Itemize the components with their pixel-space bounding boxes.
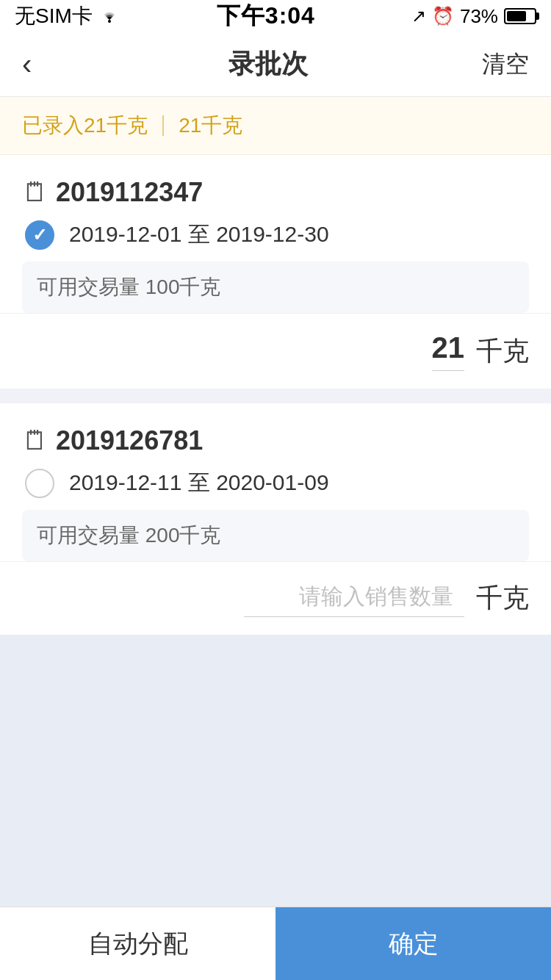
signal-text: 无SIM卡 xyxy=(15,2,93,30)
batch-2-available: 可用交易量 200千克 xyxy=(22,510,529,561)
status-right: ↗ ⏰ 73% xyxy=(411,5,536,28)
alarm-icon: ⏰ xyxy=(432,6,454,26)
battery-percent: 73% xyxy=(460,5,498,28)
info-divider xyxy=(162,115,164,136)
batch-1-radio[interactable] xyxy=(25,220,54,250)
batch-2-date-row[interactable]: 2019-12-11 至 2020-01-09 xyxy=(22,468,529,498)
page-title: 录批次 xyxy=(228,46,308,82)
batch-2-input-row: 千克 xyxy=(0,561,551,635)
batch-1-available: 可用交易量 100千克 xyxy=(22,262,529,313)
wifi-icon xyxy=(98,4,120,28)
recorded-amount: 已录入21千克 xyxy=(22,112,148,140)
batch-1-date-row[interactable]: 2019-12-01 至 2019-12-30 xyxy=(22,220,529,250)
batch-2-id: 2019126781 xyxy=(56,425,203,456)
bottom-buttons: 自动分配 确定 xyxy=(0,907,551,980)
status-left: 无SIM卡 xyxy=(15,2,120,30)
batch-1-quantity-unit: 千克 xyxy=(476,334,529,370)
empty-area xyxy=(0,635,551,929)
batch-2-radio[interactable] xyxy=(25,469,54,498)
batch-1-icon: 🗒 xyxy=(22,177,48,208)
battery-fill xyxy=(507,11,526,21)
batch-1-quantity-row: 21 千克 xyxy=(0,313,551,389)
batch-2-icon: 🗒 xyxy=(22,425,48,456)
batch-1-id: 2019112347 xyxy=(56,177,203,208)
auto-distribute-button[interactable]: 自动分配 xyxy=(0,907,276,980)
batch-1-quantity-value: 21 xyxy=(432,331,465,371)
batch-2-date: 2019-12-11 至 2020-01-09 xyxy=(69,468,329,498)
batch-2-quantity-unit: 千克 xyxy=(476,580,529,616)
nav-bar: ‹ 录批次 清空 xyxy=(0,32,551,97)
batch-1-date: 2019-12-01 至 2019-12-30 xyxy=(69,220,329,250)
clear-button[interactable]: 清空 xyxy=(470,48,529,81)
info-banner: 已录入21千克 21千克 xyxy=(0,97,551,155)
batch-2-quantity-input[interactable] xyxy=(244,580,464,617)
batch-2-available-text: 可用交易量 200千克 xyxy=(37,524,221,547)
batch-1-available-text: 可用交易量 100千克 xyxy=(37,275,221,298)
status-time: 下午3:04 xyxy=(217,0,315,32)
total-amount: 21千克 xyxy=(179,112,242,140)
batch-1-card: 🗒 2019112347 2019-12-01 至 2019-12-30 可用交… xyxy=(0,155,551,313)
back-button[interactable]: ‹ xyxy=(22,48,66,81)
confirm-button[interactable]: 确定 xyxy=(276,907,551,980)
batch-2-id-row: 🗒 2019126781 xyxy=(22,425,529,456)
section-separator-1 xyxy=(0,389,551,403)
battery-icon xyxy=(504,8,536,24)
batch-2-card: 🗒 2019126781 2019-12-11 至 2020-01-09 可用交… xyxy=(0,403,551,561)
status-bar: 无SIM卡 下午3:04 ↗ ⏰ 73% xyxy=(0,0,551,32)
batch-1-id-row: 🗒 2019112347 xyxy=(22,177,529,208)
svg-point-0 xyxy=(108,20,111,23)
location-icon: ↗ xyxy=(411,6,426,26)
